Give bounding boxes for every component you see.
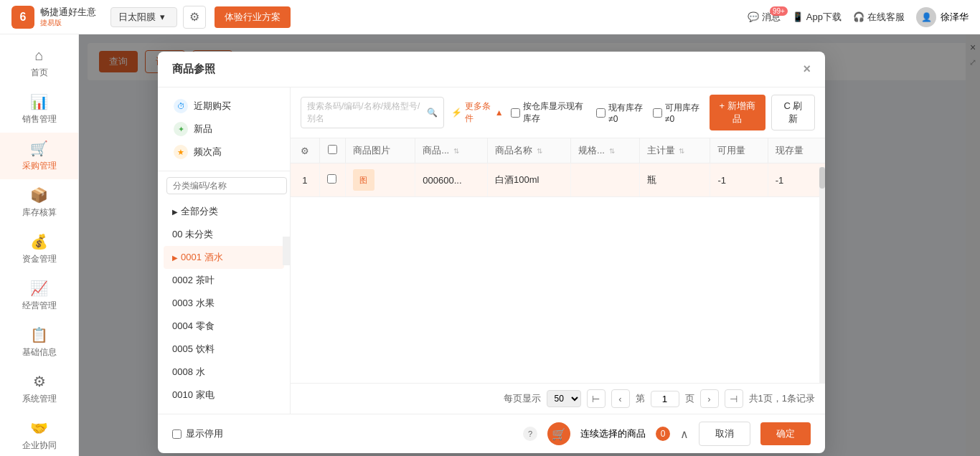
- tenant-dropdown[interactable]: 日太阳膜 ▾: [110, 7, 177, 27]
- more-filters-button[interactable]: ⚡ 更多条件 ▲: [451, 100, 504, 125]
- row-product-image: 图: [345, 163, 415, 197]
- category-appliance[interactable]: 0010 家电: [164, 384, 284, 407]
- category-tea[interactable]: 0002 茶叶: [164, 269, 284, 292]
- warehouse-stock-checkbox[interactable]: [511, 108, 520, 118]
- product-data-table: ⚙ 商品图片 商品... ⇅: [291, 138, 825, 197]
- scrollbar-track: [819, 167, 825, 383]
- row-checkbox-cell: [319, 163, 345, 197]
- product-thumbnail: 图: [353, 169, 374, 191]
- row-checkbox[interactable]: [327, 174, 336, 184]
- product-search-field[interactable]: 搜索条码/编码/名称/规格型号/别名 🔍: [301, 97, 444, 128]
- page-first-button[interactable]: ⊢: [587, 389, 606, 408]
- sort-icon-code: ⇅: [453, 147, 459, 155]
- page-prev-button[interactable]: ‹: [611, 389, 630, 408]
- confirm-button[interactable]: 确定: [760, 422, 811, 445]
- user-avatar-area[interactable]: 👤 徐泽华: [916, 7, 969, 27]
- dialog-body: ⏱ 近期购买 ✦ 新品 ★ 频次高: [158, 87, 825, 414]
- th-product-code[interactable]: 商品... ⇅: [415, 138, 488, 163]
- sidebar-item-basic-info[interactable]: 📋 基础信息: [0, 319, 78, 366]
- category-all[interactable]: ▶ 全部分类: [164, 200, 284, 223]
- category-liquor[interactable]: ▶ 0001 酒水: [164, 246, 284, 269]
- sidebar-item-system[interactable]: ⚙ 系统管理: [0, 366, 78, 412]
- nav-right: 💬 消息 99+ 📱 App下载 🎧 在线客服 👤 徐泽华: [748, 7, 969, 27]
- category-water[interactable]: 0008 水: [164, 361, 284, 384]
- category-drinks[interactable]: 0005 饮料: [164, 338, 284, 361]
- panel-collapse-button[interactable]: 《: [283, 237, 291, 265]
- th-unit[interactable]: 主计量 ⇅: [639, 138, 710, 163]
- available-stock-checkbox[interactable]: [653, 108, 662, 118]
- sidebar-item-home[interactable]: ⌂ 首页: [0, 40, 78, 86]
- cart-label: 连续选择的商品: [580, 427, 646, 440]
- table-row[interactable]: 1 图 000600... 白酒100ml 瓶 -1: [291, 163, 825, 197]
- th-product-name[interactable]: 商品名称 ⇅: [488, 138, 571, 163]
- filter-bar: 搜索条码/编码/名称/规格型号/别名 🔍 ⚡ 更多条件 ▲ 按仓库显示现有库存: [291, 87, 825, 138]
- row-num: 1: [291, 163, 319, 197]
- dialog-close-button[interactable]: ×: [803, 62, 811, 77]
- per-page-select[interactable]: 50: [547, 390, 581, 407]
- show-disabled-checkbox[interactable]: [172, 429, 182, 439]
- warehouse-stock-check[interactable]: 按仓库显示现有库存: [511, 100, 590, 125]
- app-download-btn[interactable]: 📱 App下载: [792, 11, 842, 24]
- purchase-icon: 🛒: [30, 140, 48, 157]
- sidebar-item-collab[interactable]: 🤝 企业协同: [0, 412, 78, 456]
- cart-collapse-arrow[interactable]: ∧: [680, 427, 689, 441]
- help-icon[interactable]: ?: [523, 427, 537, 441]
- sort-icon-name: ⇅: [537, 147, 542, 155]
- category-fruit[interactable]: 0003 水果: [164, 292, 284, 315]
- logo-icon: 6: [11, 6, 34, 29]
- cart-count-badge: 0: [656, 427, 670, 441]
- page-last-button[interactable]: ⊣: [725, 389, 743, 408]
- th-settings[interactable]: ⚙: [291, 138, 319, 163]
- page-total-info: 共1页，1条记录: [749, 392, 815, 405]
- select-all-checkbox[interactable]: [328, 145, 337, 154]
- row-product-code: 000600...: [415, 163, 488, 197]
- product-reference-dialog: 商品参照 × ⏱ 近期购买 ✦ 新品: [158, 52, 825, 453]
- sidebar-item-operations[interactable]: 📈 经营管理: [0, 272, 78, 319]
- filter-icon: ⚡: [451, 108, 462, 118]
- new-icon: ✦: [174, 122, 188, 136]
- page-unit: 页: [685, 392, 694, 405]
- th-checkbox: [319, 138, 345, 163]
- message-btn[interactable]: 💬 消息 99+: [748, 11, 781, 24]
- category-snacks[interactable]: 0004 零食: [164, 315, 284, 338]
- cart-icon[interactable]: 🛒: [547, 422, 570, 445]
- divider: [158, 171, 290, 171]
- sidebar-item-purchase[interactable]: 🛒 采购管理: [0, 133, 78, 179]
- search-field-icon: 🔍: [427, 108, 438, 118]
- page-number-input[interactable]: [651, 391, 679, 407]
- quick-item-recent[interactable]: ⏱ 近期购买: [166, 95, 281, 118]
- online-service-btn[interactable]: 🎧 在线客服: [853, 11, 905, 24]
- add-product-button[interactable]: + 新增商品: [710, 95, 765, 130]
- dialog-footer: 显示停用 ? 🛒 连续选择的商品 0 ∧ 取消 确定: [158, 414, 825, 453]
- sidebar-item-inventory[interactable]: 📦 库存核算: [0, 179, 78, 226]
- refresh-button[interactable]: C 刷新: [771, 95, 815, 130]
- sort-icon-unit: ⇅: [679, 147, 684, 155]
- category-uncategorized[interactable]: 00 未分类: [164, 223, 284, 246]
- th-available: 可用量: [710, 138, 768, 163]
- row-spec: [571, 163, 640, 197]
- home-icon: ⌂: [34, 47, 43, 64]
- quick-item-frequent[interactable]: ★ 频次高: [166, 141, 281, 163]
- current-stock-check[interactable]: 现有库存≠0: [596, 102, 646, 124]
- page-next-button[interactable]: ›: [700, 389, 719, 408]
- main-layout: ⌂ 首页 📊 销售管理 🛒 采购管理 📦 库存核算 💰 资金管理 📈 经营管理 …: [0, 34, 980, 456]
- th-spec[interactable]: 规格... ⇅: [571, 138, 640, 163]
- avatar: 👤: [916, 7, 936, 27]
- available-stock-check[interactable]: 可用库存≠0: [653, 102, 702, 124]
- settings-icon[interactable]: ⚙: [183, 6, 206, 29]
- trial-button[interactable]: 体验行业方案: [215, 6, 291, 28]
- expand-icon: ▶: [172, 208, 178, 216]
- dialog-title: 商品参照: [172, 62, 215, 76]
- th-stock: 现存量: [768, 138, 825, 163]
- phone-icon: 📱: [792, 11, 804, 22]
- cancel-button[interactable]: 取消: [699, 422, 750, 446]
- category-search-input[interactable]: [166, 177, 287, 194]
- row-stock: -1: [768, 163, 825, 197]
- sidebar-item-sales[interactable]: 📊 销售管理: [0, 86, 78, 133]
- sales-icon: 📊: [30, 93, 48, 110]
- footer-cart-area: ? 🛒 连续选择的商品 0 ∧ 取消 确定: [523, 422, 811, 446]
- show-disabled-check[interactable]: 显示停用: [172, 427, 223, 440]
- current-stock-checkbox[interactable]: [596, 108, 606, 118]
- sidebar-item-finance[interactable]: 💰 资金管理: [0, 226, 78, 272]
- quick-item-new[interactable]: ✦ 新品: [166, 118, 281, 141]
